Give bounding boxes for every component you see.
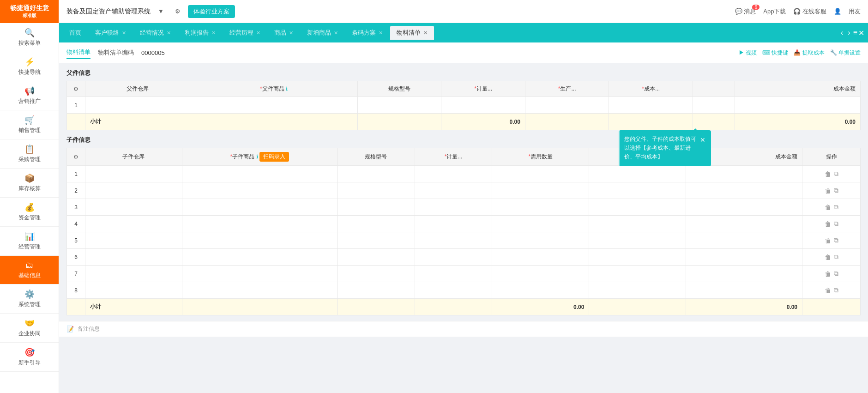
extract-cost-btn[interactable]: 📥 提取成本 <box>794 49 824 57</box>
copy-icon-1[interactable]: ⧉ <box>834 170 838 178</box>
child-cell-quantity-2[interactable] <box>492 182 589 199</box>
nav-tab-3[interactable]: 利润报告✕ <box>178 26 222 40</box>
child-cell-product-2[interactable] <box>182 182 337 199</box>
child-cell-quantity-8[interactable] <box>492 282 589 299</box>
copy-icon-7[interactable]: ⧉ <box>834 270 838 278</box>
delete-icon-5[interactable]: 🗑 <box>825 237 831 244</box>
nav-tab-2[interactable]: 经营情况✕ <box>133 26 177 40</box>
nav-tab-5[interactable]: 商品✕ <box>268 26 300 40</box>
child-cell-unit-1[interactable] <box>415 166 492 182</box>
shortcut-btn[interactable]: ⌨ 快捷键 <box>762 49 788 57</box>
child-cell-unit-cost-8[interactable] <box>589 282 686 299</box>
child-cell-unit-5[interactable] <box>415 232 492 249</box>
nav-tab-close-8[interactable]: ✕ <box>423 30 428 36</box>
nav-tab-close-2[interactable]: ✕ <box>167 30 171 36</box>
child-cell-quantity-5[interactable] <box>492 232 589 249</box>
close-page-btn[interactable]: ✕ <box>858 29 864 37</box>
child-cell-product-6[interactable] <box>182 249 337 266</box>
nav-tab-0[interactable]: 首页 <box>63 26 88 40</box>
nav-tab-close-3[interactable]: ✕ <box>211 30 216 36</box>
copy-icon-8[interactable]: ⧉ <box>834 286 838 294</box>
sub-tab-list[interactable]: 物料清单 <box>66 46 90 59</box>
user-name[interactable]: 用友 <box>849 7 861 16</box>
parent-cell-product-1[interactable] <box>190 97 357 114</box>
sidebar-item-8[interactable]: 🗂基础信息 <box>0 256 59 284</box>
child-cell-warehouse-6[interactable] <box>85 249 182 266</box>
online-service-btn[interactable]: 🎧 在线客服 <box>793 7 826 16</box>
nav-tab-1[interactable]: 客户联络✕ <box>89 26 133 40</box>
child-cell-unit-cost-1[interactable] <box>589 166 686 182</box>
sidebar-item-6[interactable]: 💰资金管理 <box>0 198 59 227</box>
view-btn[interactable]: ▶ 视频 <box>739 49 757 57</box>
sidebar-item-5[interactable]: 📦库存核算 <box>0 169 59 198</box>
child-cell-unit-3[interactable] <box>415 199 492 216</box>
child-cell-unit-7[interactable] <box>415 266 492 282</box>
child-cell-unit-6[interactable] <box>415 249 492 266</box>
child-cell-warehouse-7[interactable] <box>85 266 182 282</box>
parent-cell-cost-1[interactable] <box>609 97 693 114</box>
copy-icon-5[interactable]: ⧉ <box>834 236 838 244</box>
nav-tab-7[interactable]: 条码方案✕ <box>345 26 389 40</box>
copy-icon-2[interactable]: ⧉ <box>834 187 838 194</box>
child-cell-spec-2[interactable] <box>337 182 415 199</box>
child-cell-quantity-7[interactable] <box>492 266 589 282</box>
child-cell-quantity-3[interactable] <box>492 199 589 216</box>
nav-tab-8[interactable]: 物料清单✕ <box>390 26 434 40</box>
nav-tab-4[interactable]: 经营历程✕ <box>223 26 267 40</box>
child-cell-unit-8[interactable] <box>415 282 492 299</box>
child-cell-warehouse-3[interactable] <box>85 199 182 216</box>
child-cell-warehouse-2[interactable] <box>85 182 182 199</box>
child-cell-product-8[interactable] <box>182 282 337 299</box>
sidebar-item-11[interactable]: 🎯新手引导 <box>0 343 59 372</box>
child-cell-unit-4[interactable] <box>415 216 492 232</box>
child-cell-warehouse-1[interactable] <box>85 166 182 182</box>
delete-icon-1[interactable]: 🗑 <box>825 170 831 178</box>
child-cell-spec-6[interactable] <box>337 249 415 266</box>
settings-btn[interactable]: ⚙ <box>171 6 184 17</box>
child-cell-warehouse-5[interactable] <box>85 232 182 249</box>
child-cell-unit-2[interactable] <box>415 182 492 199</box>
experience-btn[interactable]: 体验行业方案 <box>188 5 235 18</box>
child-cell-unit-cost-4[interactable] <box>589 216 686 232</box>
single-setting-btn[interactable]: 🔧 单据设置 <box>830 49 861 57</box>
copy-icon-3[interactable]: ⧉ <box>834 203 838 211</box>
nav-next-btn[interactable]: › <box>846 29 852 37</box>
nav-tab-6[interactable]: 新增商品✕ <box>301 26 344 40</box>
child-cell-unit-cost-5[interactable] <box>589 232 686 249</box>
child-cell-product-4[interactable] <box>182 216 337 232</box>
delete-icon-6[interactable]: 🗑 <box>825 254 831 261</box>
sidebar-item-7[interactable]: 📊经营管理 <box>0 227 59 256</box>
copy-icon-4[interactable]: ⧉ <box>834 220 838 228</box>
sidebar-item-2[interactable]: 📢营销推广 <box>0 81 59 110</box>
child-cell-unit-cost-6[interactable] <box>589 249 686 266</box>
nav-menu-btn[interactable]: ≡ <box>853 29 857 37</box>
child-cell-quantity-4[interactable] <box>492 216 589 232</box>
dropdown-btn[interactable]: ▼ <box>154 6 168 17</box>
parent-cell-unit-1[interactable] <box>441 97 525 114</box>
child-cell-product-5[interactable] <box>182 232 337 249</box>
sidebar-item-1[interactable]: ⚡快捷导航 <box>0 52 59 81</box>
child-cell-warehouse-4[interactable] <box>85 216 182 232</box>
child-cell-unit-cost-3[interactable] <box>589 199 686 216</box>
sidebar-item-3[interactable]: 🛒销售管理 <box>0 110 59 139</box>
sidebar-item-0[interactable]: 🔍搜索菜单 <box>0 23 59 52</box>
child-cell-spec-4[interactable] <box>337 216 415 232</box>
delete-icon-7[interactable]: 🗑 <box>825 270 831 278</box>
child-cell-quantity-6[interactable] <box>492 249 589 266</box>
parent-cell-production-1[interactable] <box>525 97 609 114</box>
child-cell-spec-5[interactable] <box>337 232 415 249</box>
child-cell-product-3[interactable] <box>182 199 337 216</box>
child-cell-warehouse-8[interactable] <box>85 282 182 299</box>
child-cell-spec-3[interactable] <box>337 199 415 216</box>
child-cell-unit-cost-2[interactable] <box>589 182 686 199</box>
parent-cell-spec-1[interactable] <box>357 97 441 114</box>
child-cell-product-1[interactable] <box>182 166 337 182</box>
nav-tab-close-1[interactable]: ✕ <box>122 30 126 36</box>
parent-th-gear[interactable]: ⚙ <box>67 81 85 97</box>
child-th-gear[interactable]: ⚙ <box>67 148 85 166</box>
nav-tab-close-7[interactable]: ✕ <box>379 30 383 36</box>
delete-icon-8[interactable]: 🗑 <box>825 287 831 294</box>
nav-prev-btn[interactable]: ‹ <box>839 29 845 37</box>
child-cell-spec-7[interactable] <box>337 266 415 282</box>
child-cell-quantity-1[interactable] <box>492 166 589 182</box>
